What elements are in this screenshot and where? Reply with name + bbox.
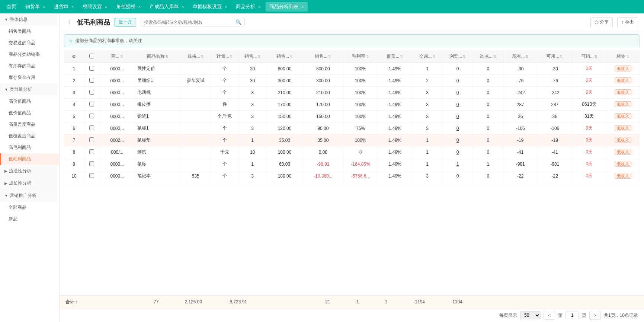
sidebar-item-low-coverage[interactable]: 低覆盖度商品 — [0, 130, 59, 142]
browse1-link[interactable]: 0 — [456, 173, 459, 179]
nav-close-product-analysis[interactable]: × — [258, 4, 260, 9]
sidebar-group-overall[interactable]: ▼ 整体信息 — [0, 13, 59, 26]
row-browse1[interactable]: 0 — [442, 146, 473, 158]
nav-close-product-analysis-list[interactable]: × — [301, 4, 304, 9]
sidebar-group-circulation[interactable]: ▶ 流通性分析 — [0, 165, 59, 177]
row-checkbox[interactable] — [84, 134, 99, 146]
nav-close-permissions[interactable]: × — [105, 4, 107, 9]
nav-close-role-auth[interactable]: × — [138, 4, 141, 9]
sidebar-item-low-value[interactable]: 低价值商品 — [0, 107, 59, 119]
row-browse1[interactable]: 0 — [442, 99, 473, 111]
next-page-button[interactable]: ＞ — [589, 311, 601, 320]
row-browse1[interactable]: 0 — [442, 75, 473, 87]
sidebar-group-cluster[interactable]: ▼ 类群量分析 — [0, 83, 59, 96]
sidebar-item-in-stock[interactable]: 有库存的商品 — [0, 60, 59, 72]
row-browse1[interactable]: 0 — [442, 170, 473, 182]
nav-close-sales-order[interactable]: × — [43, 4, 45, 9]
sidebar-item-traded-products[interactable]: 交易过的商品 — [0, 37, 59, 49]
col-sales-qty[interactable]: 销售...⇅ — [238, 50, 266, 63]
sidebar-item-sales-products[interactable]: 销售类商品 — [0, 26, 59, 37]
nav-close-product-entry[interactable]: × — [182, 4, 184, 9]
row-select-checkbox[interactable] — [89, 66, 94, 71]
search-input[interactable] — [144, 20, 233, 25]
row-select-checkbox[interactable] — [89, 114, 94, 118]
row-select-checkbox[interactable] — [89, 173, 94, 178]
col-trade-count[interactable]: 交易...⇅ — [412, 50, 443, 63]
row-checkbox[interactable] — [84, 111, 99, 122]
sidebar-item-high-margin[interactable]: 高毛利商品 — [0, 142, 59, 153]
browse1-link[interactable]: 0 — [456, 114, 459, 119]
search-icon[interactable]: 🔍 — [236, 19, 241, 25]
nav-role-auth[interactable]: 角色授权 × — [112, 2, 144, 12]
browse1-link[interactable]: 0 — [456, 66, 459, 71]
collapse-button[interactable]: 《 — [65, 19, 71, 26]
sidebar-group-growth[interactable]: ▶ 成长性分析 — [0, 177, 59, 189]
row-checkbox[interactable] — [84, 170, 99, 182]
row-select-checkbox[interactable] — [89, 137, 94, 142]
col-browse2[interactable]: 浏览...⇅ — [473, 50, 503, 63]
per-page-select[interactable]: 50 100 200 — [520, 311, 541, 319]
browse1-link[interactable]: 1 — [456, 162, 459, 167]
row-browse1[interactable]: 0 — [442, 111, 473, 122]
col-spec[interactable]: 规格...⇅ — [180, 50, 211, 63]
col-checkbox[interactable] — [84, 50, 99, 63]
browse1-link[interactable]: 0 — [456, 150, 459, 155]
row-browse1[interactable]: 0 — [442, 134, 473, 146]
browse1-link[interactable]: 0 — [456, 78, 459, 83]
sidebar-item-new-products[interactable]: 新品 — [0, 213, 59, 225]
col-browse1[interactable]: 浏览...⇅ — [442, 50, 473, 63]
prev-page-button[interactable]: ＜ — [544, 311, 555, 320]
nav-product-analysis-list[interactable]: 商品分析列表 × — [266, 2, 307, 12]
row-checkbox[interactable] — [84, 158, 99, 170]
row-checkbox[interactable] — [84, 75, 99, 87]
share-button[interactable]: ⬡ 分享 — [590, 17, 613, 27]
col-sales-price[interactable]: 销售...⇅ — [266, 50, 303, 63]
col-tag[interactable]: 标签⇅ — [606, 50, 640, 63]
col-unit[interactable]: 计量...⇅ — [211, 50, 238, 63]
row-select-checkbox[interactable] — [89, 149, 94, 154]
browse1-link[interactable]: 0 — [456, 126, 459, 131]
nav-purchase-order[interactable]: 进货单 × — [50, 2, 77, 12]
row-browse1[interactable]: 0 — [442, 122, 473, 134]
select-all-checkbox[interactable] — [89, 54, 94, 58]
row-checkbox[interactable] — [84, 122, 99, 134]
col-name[interactable]: 商品名称⇅ — [135, 50, 180, 63]
sidebar-item-high-value[interactable]: 高价值商品 — [0, 96, 59, 107]
nav-close-purchase-order[interactable]: × — [71, 4, 74, 9]
nav-template-settings[interactable]: 单据模板设置 × — [189, 2, 231, 12]
sidebar-item-high-coverage[interactable]: 高覆盖度商品 — [0, 119, 59, 130]
browse1-link[interactable]: 0 — [456, 138, 459, 143]
nav-close-template-settings[interactable]: × — [225, 4, 227, 9]
row-browse1[interactable]: 0 — [442, 63, 473, 75]
col-code[interactable]: 商...⇅ — [99, 50, 135, 63]
nav-product-entry[interactable]: 产成品入库单 × — [146, 2, 188, 12]
row-checkbox[interactable] — [84, 146, 99, 158]
nav-product-analysis[interactable]: 商品分析 × — [232, 2, 264, 12]
col-sellable[interactable]: 可销...⇅ — [572, 50, 606, 63]
browse1-link[interactable]: 0 — [456, 102, 459, 107]
browse1-link[interactable]: 0 — [456, 90, 459, 95]
sidebar-item-capital[interactable]: 库存资金占用 — [0, 72, 59, 83]
row-checkbox[interactable] — [84, 99, 99, 111]
row-select-checkbox[interactable] — [89, 90, 94, 95]
row-browse1[interactable]: 0 — [442, 87, 473, 99]
row-select-checkbox[interactable] — [89, 125, 94, 130]
col-available[interactable]: 可用...⇅ — [538, 50, 572, 63]
filter-recent-month-button[interactable]: 近一月 — [115, 18, 136, 26]
row-browse1[interactable]: 1 — [442, 158, 473, 170]
row-select-checkbox[interactable] — [89, 78, 94, 83]
row-checkbox[interactable] — [84, 87, 99, 99]
col-sales-amount[interactable]: 销售...⇅ — [303, 50, 343, 63]
sidebar-item-category-rate[interactable]: 商品分类助销率 — [0, 49, 59, 60]
nav-permissions[interactable]: 权限设置 × — [79, 2, 111, 12]
col-current-stock[interactable]: 现有...⇅ — [503, 50, 538, 63]
col-gross-rate[interactable]: 毛利率⇅ — [343, 50, 378, 63]
sidebar-item-low-margin[interactable]: 低毛利商品 — [0, 153, 59, 165]
row-select-checkbox[interactable] — [89, 102, 94, 106]
nav-home[interactable]: 首页 — [3, 2, 20, 12]
row-checkbox[interactable] — [84, 63, 99, 75]
sidebar-group-marketing[interactable]: ▼ 营销推广分析 — [0, 189, 59, 202]
page-number-input[interactable] — [565, 312, 579, 319]
export-button[interactable]: ↑ 导出 — [617, 17, 638, 27]
row-select-checkbox[interactable] — [89, 161, 94, 166]
